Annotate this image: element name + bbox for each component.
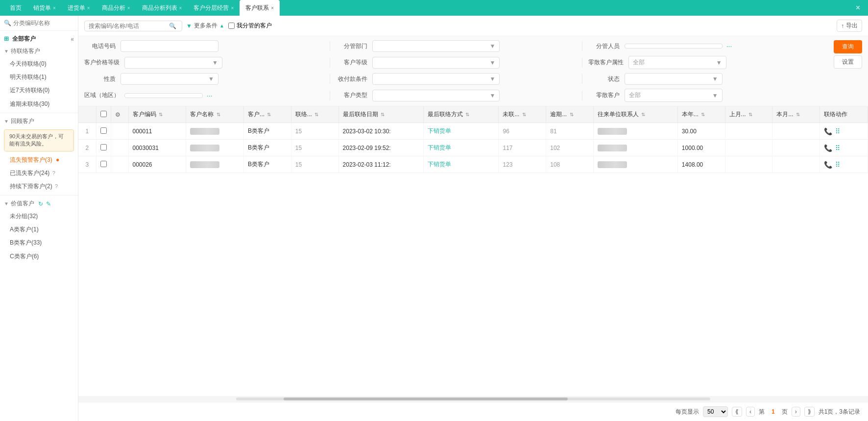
next-page-btn[interactable]: › — [792, 407, 800, 417]
action-phone-icon[interactable]: 📞 — [824, 127, 832, 135]
first-page-btn[interactable]: ⟪ — [732, 407, 742, 417]
last-way-link[interactable]: 下销货单 — [428, 161, 451, 168]
search-submit-icon[interactable]: 🔍 — [169, 23, 176, 29]
my-customers-checkbox[interactable] — [228, 23, 235, 29]
cell-last-date: 2023-02-09 19:52: — [338, 140, 423, 156]
cell-checkbox[interactable] — [96, 140, 111, 156]
cell-last-way[interactable]: 下销货单 — [423, 156, 499, 173]
action-phone-icon[interactable]: 📞 — [824, 144, 832, 152]
customer-table: ⚙ 客户编码 ⇅ 客户名称 ⇅ 客户... ⇅ — [78, 106, 868, 173]
last-month-sort-icon[interactable]: ⇅ — [748, 112, 752, 117]
edit-value-icon[interactable]: ✎ — [46, 200, 51, 207]
cell-last-way[interactable]: 下销货单 — [423, 123, 499, 140]
settings-btn[interactable]: 设置 — [834, 55, 862, 69]
nav-tab-sales[interactable]: 销货单 × — [27, 0, 62, 16]
row-checkbox[interactable] — [100, 127, 107, 134]
filter-region-select[interactable] — [124, 93, 203, 98]
overdue-sort-icon[interactable]: ⇅ — [570, 112, 574, 117]
sidebar-search-input[interactable] — [13, 20, 78, 26]
region-dots[interactable]: ··· — [205, 92, 215, 99]
filter-manager-select[interactable] — [625, 44, 723, 49]
last-way-link[interactable]: 下销货单 — [428, 144, 451, 151]
cell-checkbox[interactable] — [96, 156, 111, 173]
query-btn[interactable]: 查询 — [834, 40, 862, 53]
sidebar-item-ungroup[interactable]: 未分组(32) — [0, 210, 78, 223]
my-customers-label[interactable]: 我分管的客户 — [228, 22, 272, 30]
sidebar-item-declining[interactable]: 持续下滑客户(2) ? — [0, 180, 78, 193]
sidebar-item-week-contact[interactable]: 近7天待联络(0) — [0, 84, 78, 97]
sidebar-item-type-c[interactable]: C类客户(6) — [0, 250, 78, 263]
gear-icon[interactable]: ⚙ — [115, 111, 121, 118]
close-product-list-tab[interactable]: × — [179, 5, 182, 11]
filter-nature: 性质 ▼ — [84, 73, 324, 85]
scrollbar-thumb[interactable] — [284, 397, 568, 400]
select-all-checkbox[interactable] — [100, 111, 107, 117]
cell-checkbox[interactable] — [96, 123, 111, 140]
filter-nature-select[interactable]: ▼ — [121, 73, 218, 85]
this-month-sort-icon[interactable]: ⇅ — [796, 112, 800, 117]
nav-tab-home[interactable]: 首页 — [4, 4, 27, 12]
action-menu-icon[interactable]: ⠿ — [835, 161, 840, 169]
sidebar-item-overdue-contact[interactable]: 逾期未联络(30) — [0, 98, 78, 111]
nav-tab-product-list[interactable]: 商品分析列表 × — [136, 0, 188, 16]
filter-dept-select[interactable]: ▼ — [372, 40, 500, 52]
sidebar-item-today-contact[interactable]: 今天待联络(0) — [0, 57, 78, 71]
filter-sparse-select[interactable]: 全部 ▼ — [625, 89, 723, 102]
action-phone-icon[interactable]: 📞 — [824, 161, 832, 169]
close-customer-contact-tab[interactable]: × — [271, 5, 274, 11]
last-page-btn[interactable]: ⟫ — [804, 407, 815, 417]
search-input[interactable] — [89, 23, 167, 29]
th-gear[interactable]: ⚙ — [111, 106, 128, 123]
uncontacted-sort-icon[interactable]: ⇅ — [522, 112, 526, 117]
year-sort-icon[interactable]: ⇅ — [701, 112, 705, 117]
last-way-link[interactable]: 下销货单 — [428, 127, 451, 134]
th-index — [78, 106, 96, 123]
row-checkbox[interactable] — [100, 161, 107, 167]
nav-tab-customer-tier[interactable]: 客户分层经营 × — [188, 0, 240, 16]
scrollbar-area[interactable] — [78, 396, 868, 402]
name-sort-icon[interactable]: ⇅ — [217, 112, 220, 117]
close-customer-tier-tab[interactable]: × — [231, 5, 234, 11]
group-value-customers[interactable]: ▼ 价值客户 ↻ ✎ — [0, 198, 78, 210]
manager-dots[interactable]: ··· — [724, 42, 734, 50]
filter-phone-input[interactable] — [121, 40, 218, 52]
last-date-sort-icon[interactable]: ⇅ — [381, 112, 385, 117]
row-checkbox[interactable] — [100, 144, 107, 150]
unit-sort-icon[interactable]: ⇅ — [641, 112, 645, 117]
action-menu-icon[interactable]: ⠿ — [835, 127, 840, 135]
code-sort-icon[interactable]: ⇅ — [159, 112, 163, 117]
close-sales-tab[interactable]: × — [53, 5, 56, 11]
refresh-value-icon[interactable]: ↻ — [38, 200, 43, 207]
contact-sort-icon[interactable]: ⇅ — [314, 112, 318, 117]
sidebar-item-lost[interactable]: 已流失客户(24) ? — [0, 167, 78, 180]
nav-tab-purchase[interactable]: 进货单 × — [62, 0, 96, 16]
last-way-sort-icon[interactable]: ⇅ — [465, 112, 469, 117]
collapse-btn[interactable]: « — [71, 36, 74, 43]
filter-status-select[interactable]: ▼ — [625, 73, 723, 85]
prev-page-btn[interactable]: ‹ — [746, 407, 755, 417]
current-page: 1 — [769, 407, 778, 416]
filter-price-grade-select[interactable]: ▼ — [124, 57, 222, 69]
sidebar-item-loss-warning[interactable]: 流失预警客户(3) ● — [0, 153, 78, 167]
type-sort-icon[interactable]: ⇅ — [267, 112, 271, 117]
sidebar-item-type-a[interactable]: A类客户(1) — [0, 223, 78, 236]
filter-customer-type-select[interactable]: ▼ — [372, 90, 500, 101]
more-conditions-btn[interactable]: ▼ 更多条件 ▲ — [186, 22, 224, 30]
close-all-btn[interactable]: × — [852, 3, 864, 12]
nav-tab-customer-contact[interactable]: 客户联系 × — [240, 0, 280, 16]
export-btn[interactable]: ↑ 导出 — [837, 20, 862, 32]
filter-payment-select[interactable]: ▼ — [372, 73, 500, 85]
action-menu-icon[interactable]: ⠿ — [835, 144, 840, 152]
filter-customer-grade-select[interactable]: ▼ — [372, 57, 500, 69]
close-purchase-tab[interactable]: × — [87, 5, 90, 11]
close-product-analysis-tab[interactable]: × — [127, 5, 130, 11]
sidebar-item-tomorrow-contact[interactable]: 明天待联络(1) — [0, 71, 78, 84]
all-customers-header[interactable]: ⊞ 全部客户 « — [0, 31, 78, 45]
group-review-customers[interactable]: ▼ 回顾客户 — [0, 115, 78, 127]
sidebar-item-type-b[interactable]: B类客户(33) — [0, 236, 78, 249]
nav-tab-product-analysis[interactable]: 商品分析 × — [96, 0, 136, 16]
group-pending-contact[interactable]: ▼ 待联络客户 — [0, 45, 78, 57]
cell-last-way[interactable]: 下销货单 — [423, 140, 499, 156]
per-page-select[interactable]: 50 100 — [703, 406, 728, 417]
filter-sparse-attr-select[interactable]: 全部 ▼ — [628, 56, 726, 69]
